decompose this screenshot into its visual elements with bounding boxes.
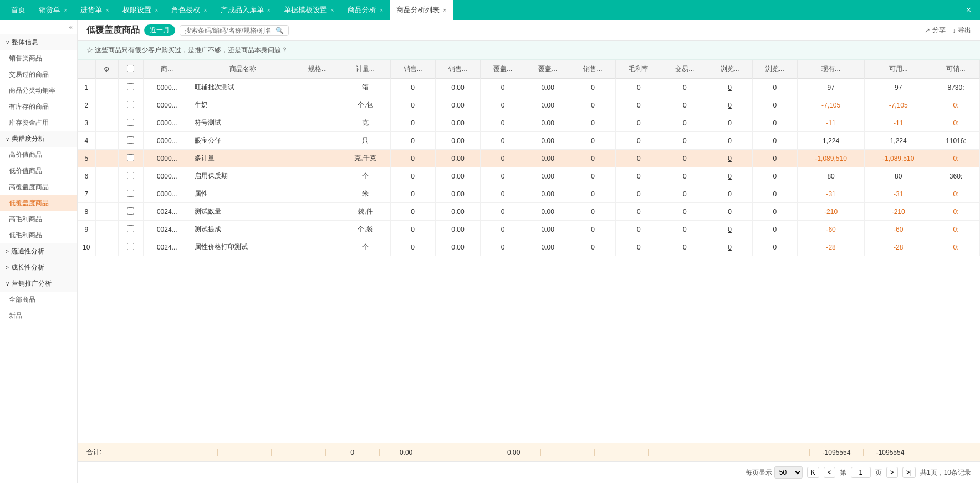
cell-browse1[interactable]: 0	[707, 96, 752, 114]
nav-role-close[interactable]: ×	[203, 7, 207, 13]
sidebar-section-overall[interactable]: ∨ 整体信息	[0, 34, 77, 50]
sidebar-item-low-margin[interactable]: 低毛利商品	[0, 227, 77, 243]
export-button[interactable]: ↓ 导出	[952, 26, 971, 35]
sidebar-item-high-coverage[interactable]: 高覆盖度商品	[0, 179, 77, 195]
search-input[interactable]	[185, 27, 273, 34]
cell-checkbox[interactable]	[118, 167, 143, 185]
row-checkbox[interactable]	[127, 172, 134, 179]
cell-browse1[interactable]: 0	[707, 167, 752, 185]
nav-product-analysis-close[interactable]: ×	[380, 7, 383, 13]
prev-page-button[interactable]: <	[824, 467, 835, 478]
col-sales-qty[interactable]: 销售...	[390, 60, 435, 79]
cell-checkbox[interactable]	[118, 150, 143, 167]
nav-purchase-order-close[interactable]: ×	[105, 7, 109, 13]
nav-home[interactable]: 首页	[4, 0, 32, 20]
first-page-button[interactable]: K	[807, 467, 819, 478]
sidebar-collapse-button[interactable]: «	[0, 20, 77, 34]
row-checkbox[interactable]	[127, 101, 134, 108]
cell-checkbox[interactable]	[118, 96, 143, 114]
sidebar-item-high-margin[interactable]: 高毛利商品	[0, 211, 77, 227]
row-checkbox[interactable]	[127, 207, 134, 215]
nav-product-list-close[interactable]: ×	[443, 7, 446, 13]
sidebar-item-new-products[interactable]: 新品	[0, 308, 77, 324]
data-table-wrapper[interactable]: ⚙ 商... 商品名称 规格... 计量... 销售... 销售... 覆盖..…	[78, 60, 980, 443]
col-name[interactable]: 商品名称	[191, 60, 295, 79]
sidebar-item-all-products[interactable]: 全部商品	[0, 292, 77, 308]
row-checkbox[interactable]	[127, 136, 134, 144]
col-sales-other[interactable]: 销售...	[570, 60, 615, 79]
nav-template-settings[interactable]: 单据模板设置 ×	[277, 0, 340, 20]
nav-product-inbound-close[interactable]: ×	[267, 7, 270, 13]
cell-checkbox[interactable]	[118, 185, 143, 203]
cell-browse1[interactable]: 0	[707, 185, 752, 203]
col-transaction[interactable]: 交易...	[662, 60, 707, 79]
col-sales-amt[interactable]: 销售...	[435, 60, 480, 79]
sidebar-section-growth[interactable]: > 成长性分析	[0, 260, 77, 276]
nav-sales-order[interactable]: 销货单 ×	[32, 0, 74, 20]
row-checkbox[interactable]	[127, 190, 134, 197]
cell-sellable: 11016:	[932, 132, 979, 150]
row-checkbox[interactable]	[127, 119, 134, 126]
share-button[interactable]: ↗ 分享	[925, 26, 946, 35]
nav-product-analysis-list[interactable]: 商品分析列表 ×	[390, 0, 453, 20]
col-available[interactable]: 可用...	[865, 60, 932, 79]
nav-sales-order-close[interactable]: ×	[64, 7, 67, 13]
sidebar-item-low-value[interactable]: 低价值商品	[0, 163, 77, 179]
cell-browse1[interactable]: 0	[707, 221, 752, 238]
sidebar-section-marketing[interactable]: ∨ 营销推广分析	[0, 276, 77, 292]
col-settings[interactable]: ⚙	[95, 60, 118, 79]
search-icon[interactable]: 🔍	[275, 27, 284, 34]
sidebar-section-cluster[interactable]: ∨ 类群度分析	[0, 131, 77, 147]
cell-checkbox[interactable]	[118, 203, 143, 221]
last-page-button[interactable]: >|	[902, 467, 916, 478]
cell-browse1[interactable]: 0	[707, 79, 752, 96]
sidebar-item-stock-capital[interactable]: 库存资金占用	[0, 115, 77, 131]
col-coverage2[interactable]: 覆盖...	[525, 60, 570, 79]
window-close[interactable]: ×	[962, 5, 976, 15]
cell-browse1[interactable]: 0	[707, 238, 752, 256]
nav-product-analysis[interactable]: 商品分析 ×	[341, 0, 390, 20]
nav-product-inbound[interactable]: 产成品入库单 ×	[214, 0, 277, 20]
col-sellable[interactable]: 可销...	[932, 60, 979, 79]
next-page-button[interactable]: >	[886, 467, 898, 478]
col-coverage1[interactable]: 覆盖...	[480, 60, 525, 79]
sidebar-item-in-stock[interactable]: 有库存的商品	[0, 99, 77, 115]
cell-checkbox[interactable]	[118, 114, 143, 132]
row-checkbox[interactable]	[127, 225, 134, 232]
sidebar-section-flow[interactable]: > 流通性分析	[0, 243, 77, 260]
cell-checkbox[interactable]	[118, 238, 143, 256]
sidebar-item-high-value[interactable]: 高价值商品	[0, 147, 77, 163]
nav-role-auth[interactable]: 角色授权 ×	[165, 0, 213, 20]
col-browse1[interactable]: 浏览...	[707, 60, 752, 79]
col-gross-rate[interactable]: 毛利率	[615, 60, 662, 79]
row-checkbox[interactable]	[127, 83, 134, 90]
cell-checkbox[interactable]	[118, 221, 143, 238]
sidebar-item-category-sales-rate[interactable]: 商品分类动销率	[0, 83, 77, 99]
select-all-checkbox[interactable]	[127, 65, 134, 72]
sidebar-item-low-coverage[interactable]: 低覆盖度商品	[0, 195, 77, 211]
per-page-select[interactable]: 20 50 100 200	[774, 466, 803, 479]
cell-checkbox[interactable]	[118, 79, 143, 96]
table-row: 2 0000... 牛奶 个,包 0 0.00 0 0.00 0 0 0 0 0…	[78, 96, 980, 114]
col-browse2[interactable]: 浏览...	[752, 60, 797, 79]
col-current[interactable]: 现有...	[797, 60, 865, 79]
nav-purchase-order[interactable]: 进货单 ×	[74, 0, 115, 20]
col-unit[interactable]: 计量...	[340, 60, 390, 79]
nav-permission-close[interactable]: ×	[155, 7, 158, 13]
cell-browse1[interactable]: 0	[707, 132, 752, 150]
col-checkbox[interactable]	[118, 60, 143, 79]
nav-permission-settings[interactable]: 权限设置 ×	[116, 0, 165, 20]
col-spec[interactable]: 规格...	[295, 60, 340, 79]
sidebar-item-traded-products[interactable]: 交易过的商品	[0, 67, 77, 83]
nav-template-close[interactable]: ×	[330, 7, 334, 13]
page-input[interactable]	[851, 467, 871, 478]
cell-browse1[interactable]: 0	[707, 150, 752, 167]
cell-browse1[interactable]: 0	[707, 203, 752, 221]
row-checkbox[interactable]	[127, 243, 134, 250]
sidebar-item-sales-products[interactable]: 销售类商品	[0, 50, 77, 67]
cell-checkbox[interactable]	[118, 132, 143, 150]
col-code[interactable]: 商...	[143, 60, 191, 79]
cell-browse1[interactable]: 0	[707, 114, 752, 132]
time-filter-button[interactable]: 近一月	[144, 24, 175, 36]
row-checkbox[interactable]	[127, 154, 134, 161]
